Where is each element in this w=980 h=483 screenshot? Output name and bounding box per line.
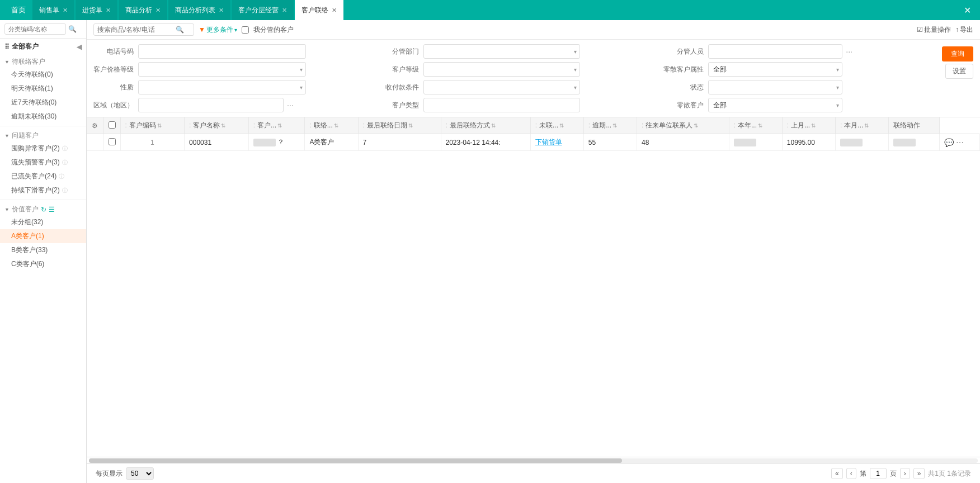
row-checkbox[interactable] xyxy=(109,138,116,145)
manager-input[interactable] xyxy=(708,44,842,59)
sort-icon-date[interactable]: ⇅ xyxy=(408,122,413,129)
close-tab-analysis[interactable]: ✕ xyxy=(156,7,161,14)
search-button[interactable]: 🔍 xyxy=(176,26,184,34)
col-settings[interactable]: ⚙ xyxy=(87,117,103,134)
first-page-button[interactable]: « xyxy=(831,468,843,479)
status-select[interactable] xyxy=(708,80,842,94)
customer-grade-select[interactable] xyxy=(423,62,580,77)
region-field: 区域（地区） ··· xyxy=(93,98,368,112)
problem-customers-group[interactable]: ▼ 问题客户 xyxy=(0,129,86,141)
sort-icon-year[interactable]: ⇅ xyxy=(758,122,762,129)
sort-icon-name[interactable]: ⇅ xyxy=(221,122,225,129)
select-all-checkbox[interactable] xyxy=(109,121,116,129)
my-customers-checkbox[interactable]: 我分管的客户 xyxy=(242,25,294,35)
row-action-icon-2[interactable]: ⋯ xyxy=(956,138,964,147)
sparse-customer-select[interactable]: 全部 xyxy=(708,98,842,112)
horizontal-scrollbar[interactable] xyxy=(87,457,980,463)
export-icon: ↑ xyxy=(955,26,959,34)
col-contacts: :往来单位联系人⇅ xyxy=(637,117,729,134)
nav-tab-purchase[interactable]: 进货单 ✕ xyxy=(76,0,117,20)
payment-label: 收付款条件 xyxy=(379,83,423,92)
sort-icon-contact[interactable]: ⇅ xyxy=(334,122,338,129)
col-customer-code: :客户编码⇅ xyxy=(120,117,185,134)
sidebar-item-overdue-contact[interactable]: 逾期未联络(30) xyxy=(0,110,86,124)
close-tab-analysis-list[interactable]: ✕ xyxy=(219,7,224,14)
query-button[interactable]: 查询 xyxy=(942,46,973,61)
close-tab-customer-contact[interactable]: ✕ xyxy=(332,7,337,14)
sidebar-item-abnormal-purchase[interactable]: 囤购异常客户(2) ⓘ xyxy=(0,141,86,155)
page-input[interactable] xyxy=(870,468,887,479)
nav-tab-sales[interactable]: 销售单 ✕ xyxy=(32,0,74,20)
department-select[interactable] xyxy=(423,44,580,59)
sidebar-item-today-contact[interactable]: 今天待联络(0) xyxy=(0,68,86,82)
payment-select[interactable] xyxy=(423,80,580,94)
page-of-label: 页 xyxy=(890,469,897,479)
last-page-button[interactable]: » xyxy=(913,468,925,479)
sidebar-search-input[interactable] xyxy=(4,23,66,35)
close-tab-customer-segment[interactable]: ✕ xyxy=(282,7,287,14)
sidebar-item-b-class[interactable]: B类客户(33) xyxy=(0,243,86,257)
sort-icon-not-contact[interactable]: ⇅ xyxy=(559,122,564,129)
export-button[interactable]: ↑ 导出 xyxy=(955,25,973,35)
row-action-icon-1[interactable]: 💬 xyxy=(944,138,954,147)
sort-icon-overdue[interactable]: ⇅ xyxy=(613,122,617,129)
department-select-wrapper: ▾ xyxy=(423,44,580,59)
sidebar-item-a-class[interactable]: A类客户(1) xyxy=(0,229,86,243)
total-info: 共1页 1条记录 xyxy=(928,469,971,479)
sidebar-item-loss-warning[interactable]: 流失预警客户(3) ⓘ xyxy=(0,155,86,169)
sort-icon-this-month[interactable]: ⇅ xyxy=(864,122,869,129)
sparse-attr-select[interactable]: 全部 xyxy=(708,62,842,77)
filter-row-4: 区域（地区） ··· 客户类型 零散客户 全部 xyxy=(93,98,937,112)
scrollbar-thumb[interactable] xyxy=(89,458,622,463)
row-overdue: 48 xyxy=(637,134,729,151)
sidebar-item-tomorrow-contact[interactable]: 明天待联络(1) xyxy=(0,82,86,96)
edit-icon[interactable]: ☰ xyxy=(49,206,55,214)
price-grade-select[interactable] xyxy=(138,62,306,77)
info-icon-4: ⓘ xyxy=(62,187,68,195)
sidebar-item-lost-customers[interactable]: 已流失客户(24) ⓘ xyxy=(0,169,86,183)
prev-page-button[interactable]: ‹ xyxy=(846,468,856,479)
search-input[interactable] xyxy=(97,26,176,34)
sort-icon-method[interactable]: ⇅ xyxy=(491,122,496,129)
value-customers-group[interactable]: ▼ 价值客户 ↻ ☰ xyxy=(0,202,86,215)
nav-home[interactable]: 首页 xyxy=(4,0,32,20)
close-tab-purchase[interactable]: ✕ xyxy=(106,7,111,14)
all-customers-header[interactable]: ⠿ 全部客户 ◀ xyxy=(0,39,86,55)
sort-icon-type[interactable]: ⇅ xyxy=(277,122,282,129)
sidebar-item-7days-contact[interactable]: 近7天待联络(0) xyxy=(0,96,86,110)
pending-contact-group[interactable]: ▼ 待联络客户 xyxy=(0,55,86,68)
refresh-icon[interactable]: ↻ xyxy=(41,206,46,214)
sidebar-item-declining-customers[interactable]: 持续下滑客户(2) ⓘ xyxy=(0,183,86,197)
close-tab-sales[interactable]: ✕ xyxy=(63,7,68,14)
col-checkbox[interactable] xyxy=(103,117,120,134)
table-row: 1 000031 ？ A类客户 7 xyxy=(87,134,980,151)
per-page-select[interactable]: 50 xyxy=(126,467,154,480)
next-page-button[interactable]: › xyxy=(900,468,910,479)
nav-tab-analysis[interactable]: 商品分析 ✕ xyxy=(119,0,167,20)
sort-icon-last-month[interactable]: ⇅ xyxy=(811,122,816,129)
nav-tab-customer-segment[interactable]: 客户分层经营 ✕ xyxy=(232,0,294,20)
chevron-down-icon: ▾ xyxy=(234,27,237,33)
my-customers-check[interactable] xyxy=(242,26,249,34)
manager-dots[interactable]: ··· xyxy=(842,47,856,56)
nature-select[interactable] xyxy=(138,80,306,94)
sidebar-search-icon[interactable]: 🔍 xyxy=(68,25,77,33)
more-conditions-button[interactable]: ▼ 更多条件 ▾ xyxy=(199,25,237,35)
region-dots[interactable]: ··· xyxy=(284,101,297,110)
last-contact-method-link[interactable]: 下销货单 xyxy=(535,138,562,146)
sidebar-item-unclassified[interactable]: 未分组(32) xyxy=(0,215,86,229)
nav-tab-analysis-list[interactable]: 商品分析列表 ✕ xyxy=(168,0,230,20)
batch-operation-button[interactable]: ☑ 批量操作 xyxy=(917,25,951,35)
nav-tab-customer-contact[interactable]: 客户联络 ✕ xyxy=(295,0,343,20)
customer-type-field: 客户类型 xyxy=(379,98,653,112)
phone-input[interactable] xyxy=(138,44,306,59)
region-input[interactable] xyxy=(138,98,284,112)
global-close-button[interactable]: ✕ xyxy=(959,5,976,16)
sort-icon-contacts[interactable]: ⇅ xyxy=(694,122,698,129)
settings-button[interactable]: 设置 xyxy=(945,64,973,79)
sidebar-item-c-class[interactable]: C类客户(6) xyxy=(0,257,86,271)
department-label: 分管部门 xyxy=(379,47,423,56)
customer-type-input[interactable] xyxy=(423,98,580,112)
sort-icon-code[interactable]: ⇅ xyxy=(157,122,162,129)
customer-grade-label: 客户等级 xyxy=(379,65,423,74)
